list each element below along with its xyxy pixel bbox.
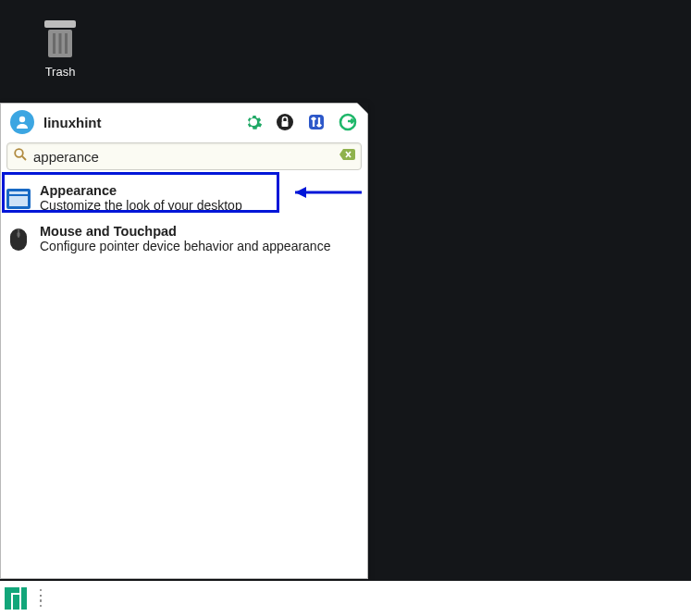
logout-icon xyxy=(339,113,357,131)
lock-button[interactable] xyxy=(275,112,295,132)
panel-handle[interactable]: ⋮ ⋮ xyxy=(33,588,39,609)
svg-rect-14 xyxy=(9,196,28,206)
lock-icon xyxy=(276,113,294,131)
search-results: Appearance Customize the look of your de… xyxy=(1,176,367,261)
svg-rect-17 xyxy=(18,232,20,237)
user-avatar[interactable] xyxy=(10,110,34,134)
result-title: Appearance xyxy=(40,183,242,198)
svg-rect-20 xyxy=(13,595,19,610)
svg-rect-7 xyxy=(282,121,289,127)
menu-header: linuxhint xyxy=(1,104,367,141)
clear-icon xyxy=(339,147,355,162)
app-menu: linuxhint xyxy=(0,103,368,579)
search-icon xyxy=(13,147,28,166)
svg-rect-2 xyxy=(53,33,56,54)
logout-button[interactable] xyxy=(338,112,358,132)
trash-icon xyxy=(43,20,78,59)
svg-rect-3 xyxy=(59,33,62,54)
result-title: Mouse and Touchpad xyxy=(40,224,330,239)
svg-point-10 xyxy=(15,149,23,157)
svg-rect-21 xyxy=(21,587,27,610)
mouse-icon xyxy=(6,228,31,252)
switch-user-button[interactable] xyxy=(306,112,327,132)
svg-line-11 xyxy=(22,156,26,160)
svg-rect-8 xyxy=(309,115,324,129)
user-icon xyxy=(15,115,30,129)
taskbar: ⋮ ⋮ xyxy=(0,581,691,616)
svg-rect-0 xyxy=(44,20,76,28)
search-field-wrap[interactable] xyxy=(6,142,362,170)
settings-icon xyxy=(244,113,263,131)
svg-rect-22 xyxy=(5,587,19,593)
svg-rect-4 xyxy=(65,33,68,54)
appearance-icon xyxy=(6,187,31,211)
trash-label: Trash xyxy=(35,65,85,79)
start-menu-button[interactable] xyxy=(2,585,30,612)
menu-corner-decor xyxy=(357,103,368,114)
header-action-icons xyxy=(243,112,358,132)
manjaro-logo-icon xyxy=(4,586,28,610)
svg-point-5 xyxy=(19,117,25,122)
desktop: Trash linuxhint xyxy=(0,0,691,581)
clear-search-button[interactable] xyxy=(339,147,355,166)
result-appearance[interactable]: Appearance Customize the look of your de… xyxy=(1,178,367,218)
switch-user-icon xyxy=(307,113,326,131)
result-mouse-touchpad[interactable]: Mouse and Touchpad Configure pointer dev… xyxy=(1,218,367,259)
username-label: linuxhint xyxy=(43,115,234,130)
svg-rect-13 xyxy=(9,191,28,194)
desktop-icon-trash[interactable]: Trash xyxy=(35,20,85,79)
result-description: Configure pointer device behavior and ap… xyxy=(40,239,330,253)
result-description: Customize the look of your desktop xyxy=(40,198,242,213)
search-input[interactable] xyxy=(33,149,339,165)
settings-button[interactable] xyxy=(243,112,264,132)
